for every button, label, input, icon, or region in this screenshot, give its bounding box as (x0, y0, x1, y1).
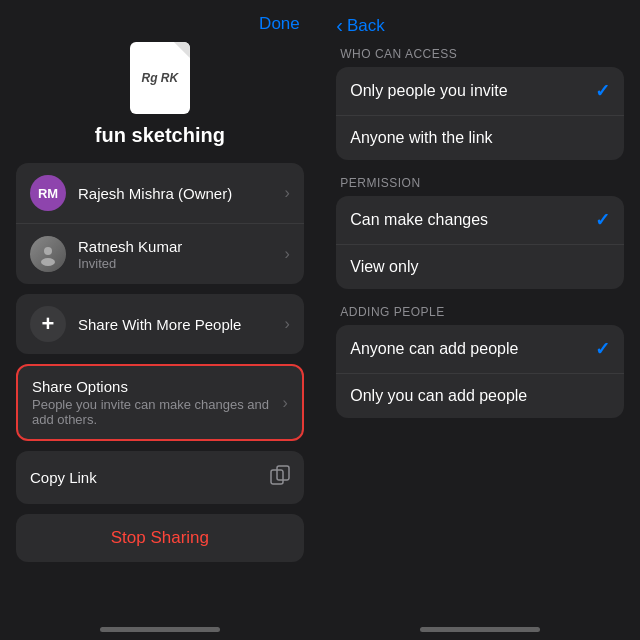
access-link-label: Anyone with the link (350, 129, 610, 147)
svg-point-1 (41, 258, 55, 266)
access-option-invite[interactable]: Only people you invite ✓ (336, 67, 624, 116)
access-option-link[interactable]: Anyone with the link (336, 116, 624, 160)
avatar-rk (30, 236, 66, 272)
back-label: Back (347, 16, 385, 36)
avatar-rm: RM (30, 175, 66, 211)
chevron-icon: › (282, 394, 287, 412)
done-button[interactable]: Done (259, 14, 300, 34)
share-more-section: + Share With More People › (16, 294, 304, 354)
who-can-access-group: WHO CAN ACCESS Only people you invite ✓ … (336, 47, 624, 160)
chevron-icon: › (284, 245, 289, 263)
adding-only-you[interactable]: Only you can add people (336, 374, 624, 418)
access-options-group: Only people you invite ✓ Anyone with the… (336, 67, 624, 160)
adding-options-group: Anyone can add people ✓ Only you can add… (336, 325, 624, 418)
doc-icon-text: Rg RK (142, 71, 179, 85)
left-header: Done (0, 0, 320, 34)
adding-people-group: ADDING PEOPLE Anyone can add people ✓ On… (336, 305, 624, 418)
invited-text-block: Ratnesh Kumar Invited (78, 238, 276, 271)
share-options-subtitle: People you invite can make changes and a… (32, 397, 274, 427)
adding-anyone-label: Anyone can add people (350, 340, 595, 358)
share-options-title: Share Options (32, 378, 274, 395)
doc-icon-container: Rg RK (0, 42, 320, 114)
share-options-section: Share Options People you invite can make… (16, 364, 304, 441)
copy-section: Copy Link (16, 451, 304, 504)
right-header: ‹ Back (320, 0, 640, 47)
user-owner-item[interactable]: RM Rajesh Mishra (Owner) › (16, 163, 304, 224)
users-list: RM Rajesh Mishra (Owner) › Ratnesh Kumar… (16, 163, 304, 284)
plus-icon: + (30, 306, 66, 342)
who-can-access-label: WHO CAN ACCESS (336, 47, 624, 61)
chevron-icon: › (284, 184, 289, 202)
stop-sharing-item[interactable]: Stop Sharing (16, 514, 304, 562)
chevron-icon: › (284, 315, 289, 333)
permission-options-group: Can make changes ✓ View only (336, 196, 624, 289)
back-button[interactable]: ‹ Back (336, 14, 384, 37)
checkmark-icon: ✓ (595, 209, 610, 231)
avatar-photo (30, 236, 66, 272)
permission-label: PERMISSION (336, 176, 624, 190)
adding-anyone[interactable]: Anyone can add people ✓ (336, 325, 624, 374)
stop-section: Stop Sharing (16, 514, 304, 562)
access-invite-label: Only people you invite (350, 82, 595, 100)
checkmark-icon: ✓ (595, 80, 610, 102)
stop-sharing-label: Stop Sharing (111, 528, 209, 548)
permission-group: PERMISSION Can make changes ✓ View only (336, 176, 624, 289)
invited-status: Invited (78, 256, 276, 271)
copy-link-item[interactable]: Copy Link (16, 451, 304, 504)
permission-changes[interactable]: Can make changes ✓ (336, 196, 624, 245)
owner-text-block: Rajesh Mishra (Owner) (78, 185, 276, 202)
right-panel: ‹ Back WHO CAN ACCESS Only people you in… (320, 0, 640, 640)
invited-name: Ratnesh Kumar (78, 238, 276, 255)
checkmark-icon: ✓ (595, 338, 610, 360)
adding-people-label: ADDING PEOPLE (336, 305, 624, 319)
svg-point-0 (44, 247, 52, 255)
share-options-text: Share Options People you invite can make… (32, 378, 274, 427)
left-panel: Done Rg RK fun sketching RM Rajesh Mishr… (0, 0, 320, 640)
doc-title: fun sketching (0, 124, 320, 147)
permission-view-label: View only (350, 258, 610, 276)
back-chevron-icon: ‹ (336, 14, 343, 37)
share-options-item[interactable]: Share Options People you invite can make… (18, 366, 302, 439)
copy-label: Copy Link (30, 469, 270, 486)
user-invited-item[interactable]: Ratnesh Kumar Invited › (16, 224, 304, 284)
doc-thumbnail: Rg RK (130, 42, 190, 114)
permission-view[interactable]: View only (336, 245, 624, 289)
share-more-text: Share With More People (78, 316, 276, 333)
home-indicator (100, 627, 220, 632)
copy-icon (270, 465, 290, 490)
adding-only-you-label: Only you can add people (350, 387, 610, 405)
owner-name: Rajesh Mishra (Owner) (78, 185, 276, 202)
share-more-label: Share With More People (78, 316, 276, 333)
home-indicator (420, 627, 540, 632)
permission-changes-label: Can make changes (350, 211, 595, 229)
share-more-item[interactable]: + Share With More People › (16, 294, 304, 354)
